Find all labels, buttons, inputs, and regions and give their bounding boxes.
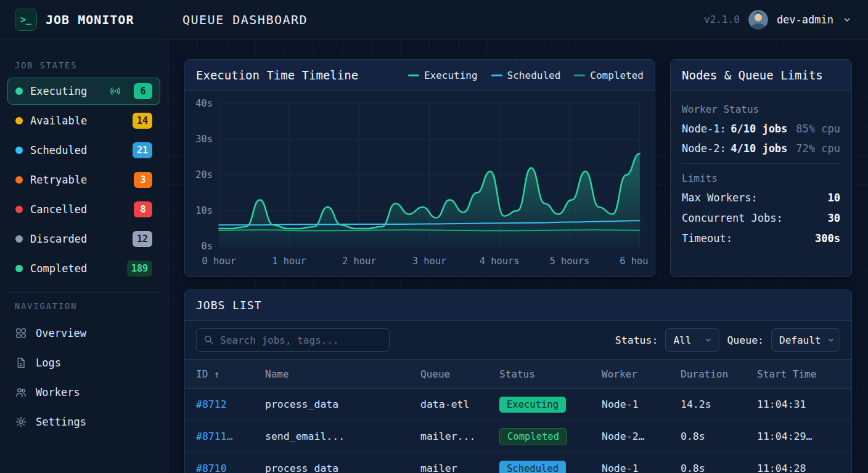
legend-scheduled: Scheduled	[491, 70, 561, 81]
job-queue: mailer...	[420, 431, 499, 442]
state-dot	[15, 117, 23, 124]
column-header-queue[interactable]: Queue	[420, 368, 499, 380]
limit-timeout: Timeout: 300s	[682, 232, 840, 245]
job-queue: mailer	[420, 463, 499, 473]
job-start-time: 11:04:28	[757, 463, 840, 473]
job-duration: 0.8s	[681, 463, 757, 473]
chevron-down-icon	[827, 336, 835, 344]
jobs-table: ID ↑ Name Queue Status Worker Duration S…	[185, 359, 851, 473]
job-id-link[interactable]: #8712	[196, 398, 227, 410]
column-header-start-time[interactable]: Start Time	[757, 368, 840, 380]
search-icon	[203, 334, 214, 347]
chart-legend: Executing Scheduled Completed	[408, 70, 644, 81]
queue-filter-select[interactable]: Default	[771, 328, 840, 352]
timeline-card-header: Execution Time Timeline Executing Schedu…	[185, 60, 655, 91]
sidebar-item-workers[interactable]: Workers	[7, 378, 160, 407]
timeline-title: Execution Time Timeline	[196, 68, 358, 82]
job-duration: 14.2s	[681, 398, 757, 410]
job-worker: Node-1	[602, 463, 681, 473]
legend-swatch	[574, 75, 585, 76]
sidebar-state-scheduled[interactable]: Scheduled 21	[7, 137, 160, 164]
svg-text:30s: 30s	[195, 134, 213, 145]
column-header-name[interactable]: Name	[265, 368, 420, 380]
state-count-badge: 189	[127, 261, 152, 277]
sidebar-state-available[interactable]: Available 14	[7, 107, 160, 134]
state-count-badge: 3	[134, 172, 152, 188]
state-dot	[15, 176, 23, 184]
sidebar-state-completed[interactable]: Completed 189	[7, 255, 160, 282]
legend-swatch	[491, 75, 502, 76]
chevron-down-icon[interactable]	[842, 15, 852, 25]
sidebar-state-executing[interactable]: Executing 6	[7, 78, 160, 105]
avatar[interactable]	[748, 10, 768, 30]
svg-text:2 hour: 2 hour	[342, 256, 376, 267]
limits-header: Limits	[682, 172, 840, 184]
nodes-title: Nodes & Queue Limits	[682, 68, 823, 82]
legend-executing: Executing	[408, 70, 478, 81]
state-count-badge: 12	[133, 231, 152, 247]
svg-text:0 hour: 0 hour	[202, 256, 235, 267]
state-dot	[15, 265, 23, 272]
column-header-duration[interactable]: Duration	[681, 368, 757, 380]
job-worker: Node-2…	[602, 431, 681, 442]
document-icon	[15, 357, 27, 369]
sidebar-state-retryable[interactable]: Retryable 3	[7, 166, 160, 193]
state-label: Retryable	[30, 174, 87, 186]
search-input[interactable]	[196, 328, 390, 352]
sidebar-state-cancelled[interactable]: Cancelled 8	[7, 196, 160, 223]
sidebar-item-overview[interactable]: Overview	[7, 318, 160, 348]
worker-status-header: Worker Status	[682, 103, 840, 115]
worker-row-node-1: Node-1: 6/10 jobs 85% cpu	[682, 123, 840, 135]
job-name: process_data	[265, 398, 420, 410]
svg-text:3 hour: 3 hour	[412, 256, 446, 267]
jobs-list-card: JOBS LIST Status: All	[184, 289, 852, 473]
legend-completed: Completed	[574, 70, 644, 81]
svg-text:0s: 0s	[201, 241, 213, 252]
job-id-link[interactable]: #8710	[196, 463, 227, 473]
column-header-worker[interactable]: Worker	[602, 368, 681, 380]
nav-label: Settings	[36, 416, 86, 428]
topbar: >_ JOB MONITOR QUEUE DASHBOARD v2.1.0 de…	[0, 0, 868, 39]
legend-swatch	[408, 75, 419, 76]
execution-time-chart: 0s10s20s30s40s0 hour1 hour2 hour3 hour4 …	[185, 91, 655, 272]
job-id-link[interactable]: #8711…	[196, 431, 233, 442]
sidebar-state-discarded[interactable]: Discarded 12	[7, 225, 160, 253]
sidebar-item-settings[interactable]: Settings	[7, 407, 160, 437]
nav-label: Overview	[36, 327, 86, 339]
table-row[interactable]: #8711… send_email... mailer... Completed…	[185, 421, 851, 453]
table-row[interactable]: #8710 process_data mailer Scheduled Node…	[185, 453, 851, 473]
state-dot	[15, 147, 23, 154]
nodes-card: Nodes & Queue Limits Worker Status Node-…	[670, 59, 852, 277]
terminal-logo-icon: >_	[15, 9, 37, 31]
job-duration: 0.8s	[681, 431, 757, 442]
status-filter-select[interactable]: All	[665, 328, 719, 352]
timeline-card: Execution Time Timeline Executing Schedu…	[184, 59, 655, 277]
state-label: Executing	[30, 85, 87, 97]
nav-label: Workers	[36, 386, 80, 398]
app-title: JOB MONITOR	[46, 12, 134, 27]
column-header-id[interactable]: ID ↑	[196, 368, 265, 380]
queue-filter-label: Queue:	[727, 334, 764, 346]
table-row[interactable]: #8712 process_data data-etl Executing No…	[185, 389, 851, 421]
svg-text:20s: 20s	[195, 169, 213, 180]
sidebar-item-logs[interactable]: Logs	[7, 348, 160, 378]
limit-max-workers: Max Workers: 10	[682, 192, 840, 204]
topbar-right: v2.1.0 dev-admin	[704, 10, 852, 30]
limit-concurrent-jobs: Concurrent Jobs: 30	[682, 212, 840, 224]
navigation-header: NAVIGATION	[15, 301, 153, 311]
search-box	[196, 328, 390, 352]
nodes-divider	[682, 163, 840, 164]
nav-label: Logs	[36, 357, 61, 369]
main-content: Execution Time Timeline Executing Schedu…	[168, 39, 868, 473]
svg-text:40s: 40s	[195, 98, 213, 109]
state-label: Discarded	[30, 233, 87, 245]
jobs-table-header: ID ↑ Name Queue Status Worker Duration S…	[185, 359, 851, 389]
status-badge: Scheduled	[499, 461, 566, 473]
column-header-status[interactable]: Status	[499, 368, 602, 380]
version-label: v2.1.0	[704, 14, 740, 25]
username[interactable]: dev-admin	[777, 14, 833, 26]
status-badge: Executing	[499, 397, 566, 413]
job-name: process_data	[265, 463, 420, 473]
job-queue: data-etl	[420, 398, 499, 410]
nodes-card-header: Nodes & Queue Limits	[671, 60, 851, 91]
